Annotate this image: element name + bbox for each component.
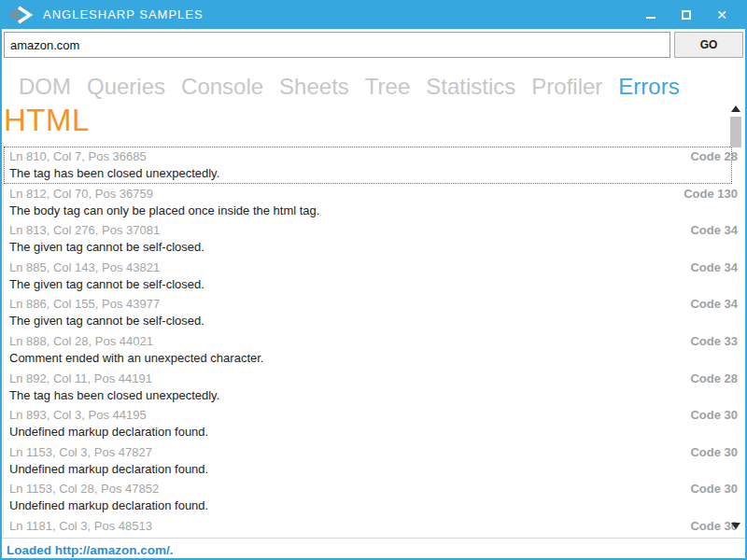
error-row[interactable]: Ln 810, Col 7, Pos 36685The tag has been…: [4, 147, 732, 184]
tab-errors[interactable]: Errors: [618, 72, 679, 102]
error-row[interactable]: Ln 813, Col 276, Pos 37081The given tag …: [4, 220, 732, 258]
error-row[interactable]: Ln 885, Col 143, Pos 43821The given tag …: [4, 258, 732, 295]
error-row[interactable]: Ln 812, Col 70, Pos 36759The body tag ca…: [4, 184, 732, 221]
scroll-down-icon[interactable]: [731, 523, 740, 529]
error-row[interactable]: Ln 888, Col 28, Pos 44021Comment ended w…: [4, 331, 732, 369]
error-list: Ln 810, Col 7, Pos 36685The tag has been…: [3, 143, 743, 536]
tab-statistics[interactable]: Statistics: [426, 72, 515, 102]
error-location: Ln 812, Col 70, Pos 36759: [9, 186, 732, 203]
error-message: The given tag cannot be self-closed.: [9, 313, 732, 329]
tab-tree[interactable]: Tree: [365, 72, 410, 102]
status-text: Loaded http://amazon.com/.: [7, 543, 174, 557]
error-location: Ln 810, Col 7, Pos 36685: [9, 148, 732, 165]
error-message: The tag has been closed unexpectedly.: [9, 387, 732, 404]
error-location: Ln 893, Col 3, Pos 44195: [9, 407, 732, 424]
error-location: Ln 885, Col 143, Pos 43821: [9, 259, 732, 276]
close-button[interactable]: ✕: [708, 4, 736, 26]
tab-sheets[interactable]: Sheets: [279, 72, 349, 102]
error-message: The body tag can only be placed once ins…: [9, 203, 732, 219]
tab-bar: DOMQueriesConsoleSheetsTreeStatisticsPro…: [2, 72, 745, 102]
error-location: Ln 1181, Col 3, Pos 48513: [9, 518, 732, 535]
error-message: The given tag cannot be self-closed.: [9, 276, 732, 293]
minimize-button[interactable]: [637, 4, 665, 26]
tab-profiler[interactable]: Profiler: [531, 72, 602, 102]
error-message: Undefined markup declaration found.: [9, 461, 732, 478]
vertical-scrollbar[interactable]: [730, 103, 742, 532]
error-row[interactable]: Ln 1153, Col 28, Pos 47852Undefined mark…: [4, 479, 732, 516]
close-icon: ✕: [716, 8, 727, 21]
error-message: Comment ended with an unexpected charact…: [9, 350, 732, 367]
error-message: The tag has been closed unexpectedly.: [9, 165, 732, 182]
error-row[interactable]: Ln 892, Col 11, Pos 44191The tag has bee…: [4, 369, 732, 406]
status-bar: Loaded http://amazon.com/.: [2, 538, 745, 558]
error-location: Ln 888, Col 28, Pos 44021: [9, 333, 732, 350]
app-window: ANGLESHARP SAMPLES ✕ GO DOMQueriesConsol…: [0, 0, 747, 560]
error-location: Ln 886, Col 155, Pos 43977: [9, 296, 732, 313]
tab-dom[interactable]: DOM: [19, 72, 71, 102]
scroll-up-icon[interactable]: [731, 105, 740, 112]
minimize-icon: [646, 17, 655, 19]
error-location: Ln 813, Col 276, Pos 37081: [9, 222, 732, 239]
error-message: The given tag cannot be self-closed.: [9, 239, 732, 256]
titlebar: ANGLESHARP SAMPLES ✕: [2, 0, 745, 29]
tab-queries[interactable]: Queries: [87, 72, 165, 102]
error-location: Ln 892, Col 11, Pos 44191: [9, 371, 732, 387]
error-message: Undefined markup declaration found.: [9, 497, 732, 514]
maximize-icon: [682, 10, 691, 20]
window-title: ANGLESHARP SAMPLES: [43, 7, 204, 21]
error-location: Ln 1153, Col 3, Pos 47827: [9, 444, 732, 461]
scrollbar-thumb[interactable]: [730, 117, 741, 147]
error-row[interactable]: Ln 886, Col 155, Pos 43977The given tag …: [4, 294, 732, 331]
maximize-button[interactable]: [672, 4, 700, 26]
error-message: Undefined markup declaration found.: [9, 424, 732, 441]
error-row[interactable]: Ln 1153, Col 3, Pos 47827Undefined marku…: [4, 442, 732, 480]
window-controls: ✕: [629, 4, 736, 26]
error-row[interactable]: Ln 893, Col 3, Pos 44195Undefined markup…: [4, 405, 732, 442]
anglesharp-logo-icon: [7, 4, 34, 26]
error-location: Ln 1153, Col 28, Pos 47852: [9, 481, 732, 497]
url-input[interactable]: [4, 32, 670, 58]
tab-console[interactable]: Console: [181, 72, 263, 102]
error-row[interactable]: Ln 1181, Col 3, Pos 48513Code 30: [4, 516, 732, 536]
address-bar: GO: [2, 29, 745, 60]
page-title: HTML: [4, 102, 745, 139]
go-button[interactable]: GO: [674, 32, 743, 58]
